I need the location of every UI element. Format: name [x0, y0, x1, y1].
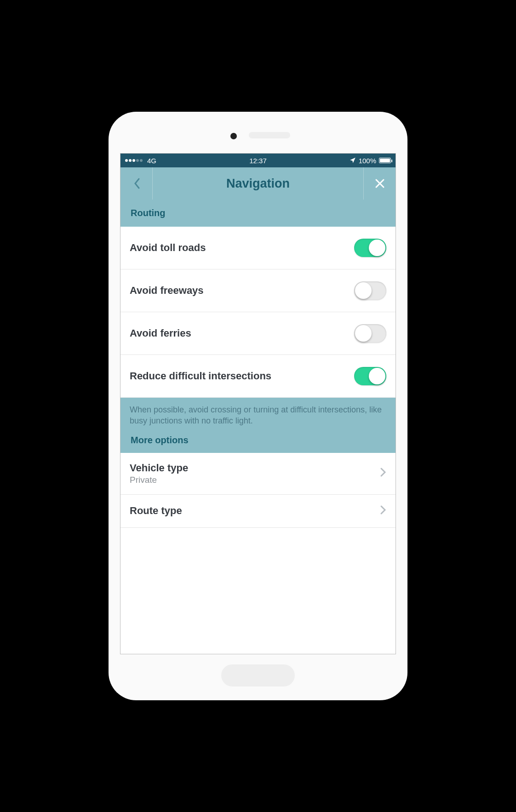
row-reduce-intersections[interactable]: Reduce difficult intersections: [120, 355, 396, 398]
toggle-avoid-freeways[interactable]: [354, 281, 386, 300]
phone-frame: 4G 12:37 100% Navigation Routing: [109, 112, 407, 700]
close-button[interactable]: [363, 167, 396, 200]
row-avoid-toll-roads[interactable]: Avoid toll roads: [120, 227, 396, 269]
page-title: Navigation: [153, 177, 363, 191]
status-right: 100%: [302, 157, 391, 165]
toggle-avoid-ferries[interactable]: [354, 324, 386, 343]
row-label: Avoid ferries: [130, 327, 354, 339]
section-header-routing: Routing: [120, 200, 396, 227]
camera-dot: [230, 133, 237, 139]
row-label: Avoid toll roads: [130, 242, 354, 254]
speaker-slot: [249, 132, 290, 138]
close-icon: [375, 178, 385, 189]
chevron-left-icon: [132, 177, 141, 190]
clock: 12:37: [214, 157, 303, 165]
status-left: 4G: [125, 157, 214, 165]
row-route-type[interactable]: Route type: [120, 495, 396, 528]
row-label: Route type: [130, 505, 380, 517]
info-text: When possible, avoid crossing or turning…: [120, 398, 396, 430]
nav-header: Navigation: [120, 167, 396, 200]
carrier-label: 4G: [147, 157, 156, 165]
toggle-avoid-toll-roads[interactable]: [354, 239, 386, 257]
row-avoid-ferries[interactable]: Avoid ferries: [120, 312, 396, 355]
content[interactable]: Routing Avoid toll roads Avoid freeways …: [120, 200, 396, 654]
row-label: Avoid freeways: [130, 285, 354, 297]
section-header-more: More options: [120, 430, 396, 453]
location-icon: [350, 157, 356, 165]
toggle-reduce-intersections[interactable]: [354, 367, 386, 385]
status-bar: 4G 12:37 100%: [120, 154, 396, 167]
row-value: Private: [130, 475, 380, 485]
battery-icon: [379, 158, 391, 163]
screen: 4G 12:37 100% Navigation Routing: [120, 153, 396, 654]
row-avoid-freeways[interactable]: Avoid freeways: [120, 269, 396, 312]
chevron-right-icon: [380, 504, 386, 518]
back-button[interactable]: [120, 167, 153, 200]
battery-label: 100%: [359, 157, 376, 165]
signal-dots-icon: [125, 159, 143, 162]
chevron-right-icon: [380, 466, 386, 480]
row-label: Reduce difficult intersections: [130, 370, 354, 382]
row-label: Vehicle type: [130, 462, 380, 474]
row-vehicle-type[interactable]: Vehicle type Private: [120, 453, 396, 495]
home-button[interactable]: [221, 664, 295, 686]
